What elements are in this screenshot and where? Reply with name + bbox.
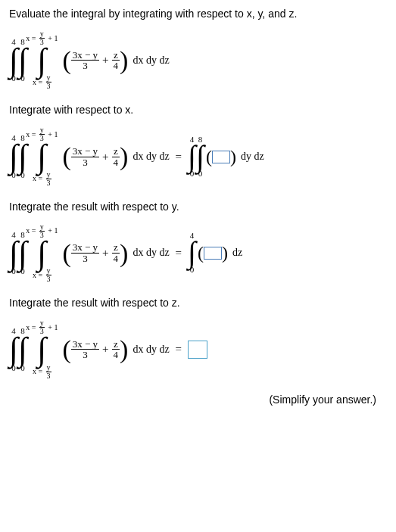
step-1-equation: 4∫0 8∫0 x = y3 + 1 ∫ x = y3 ( 3x − y3 + …: [9, 126, 387, 186]
answer-input-1[interactable]: [212, 151, 230, 163]
step-2-equation: 4∫0 8∫0 x = y3 + 1 ∫ x = y3 ( 3x − y3 + …: [9, 223, 387, 283]
answer-input-3[interactable]: [188, 341, 207, 359]
step-2-label: Integrate the result with respect to y.: [9, 201, 387, 213]
problem-statement: Evaluate the integral by integrating wit…: [9, 8, 387, 20]
step-1-label: Integrate with respect to x.: [9, 104, 387, 116]
answer-input-2[interactable]: [204, 247, 222, 260]
step-3-label: Integrate the result with respect to z.: [9, 297, 387, 309]
step-3-equation: 4∫0 8∫0 x = y3 + 1 ∫ x = y3 ( 3x − y3 + …: [9, 319, 387, 379]
z-integral: 4 ∫ 0: [9, 38, 18, 82]
original-integral: 4 ∫ 0 8 ∫ 0 x = y3 + 1 ∫ x = y3 ( 3x − y…: [9, 30, 387, 90]
simplify-note: (Simplify your answer.): [9, 394, 387, 406]
integrand: ( 3x − y3 + z4 ): [62, 50, 128, 71]
x-integral: x = y3 + 1 ∫ x = y3: [26, 30, 58, 90]
differentials: dx dy dz: [133, 54, 169, 67]
